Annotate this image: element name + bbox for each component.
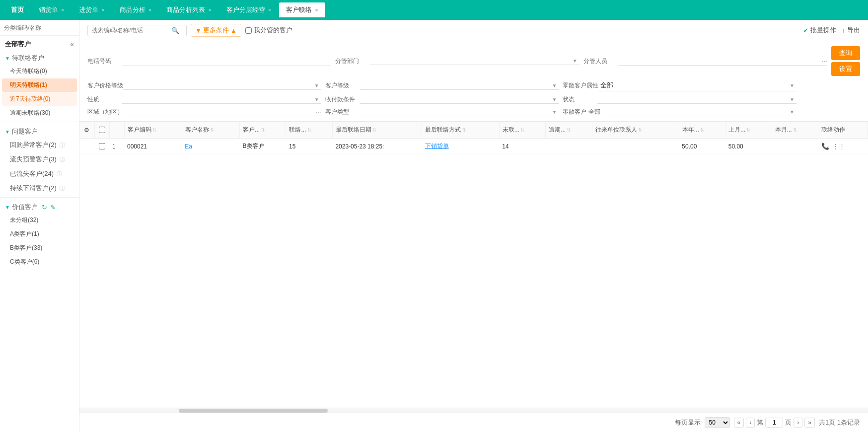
close-icon[interactable]: × [61,7,64,13]
nav-product-analysis-list[interactable]: 商品分析列表 × [159,2,218,17]
edit-icon[interactable]: ✎ [50,204,56,211]
th-this-month[interactable]: 本月...⇅ [772,122,818,139]
my-customers-checkbox[interactable]: 我分管的客户 [245,26,292,35]
chevron-down-icon: ▲ [230,27,237,34]
filter-customer-level: 客户等级 ▼ [325,81,559,90]
td-type: B类客户 [240,139,286,154]
chevron-down-icon: ▼ [552,109,557,115]
sidebar-item-lostwarning[interactable]: 流失预警客户(3) ⓘ [2,152,77,166]
filter-price-select[interactable]: ▼ [123,82,321,90]
filter-retail-attr-select[interactable]: 全部 ▼ [598,80,796,91]
total-records: 共1页 1条记录 [819,418,860,427]
filter-retail-select[interactable]: ▼ [600,108,796,116]
all-customers-label[interactable]: 全部客户 [5,40,31,49]
sidebar-item-today[interactable]: 今天待联络(0) [2,65,77,78]
row-checkbox[interactable] [99,143,105,149]
close-icon[interactable]: × [101,7,104,13]
sidebar-item-overdue[interactable]: 逾期未联络(30) [2,106,77,120]
my-customers-check[interactable] [245,27,252,34]
sidebar-item-tomorrow[interactable]: 明天待联络(1) [2,78,77,92]
per-page-select[interactable]: 50 100 200 [705,417,730,428]
more-icon[interactable]: ··· [315,108,321,116]
close-icon[interactable]: × [315,7,318,13]
all-customers-header: 全部客户 « [0,36,79,51]
filter-retail: 零散客户 全部 ▼ [563,108,796,116]
th-settings[interactable]: ⚙ [79,122,94,139]
scrollbar-thumb[interactable] [179,409,328,413]
chevron-down-icon: ▼ [790,109,795,115]
filter-customer-type-select[interactable]: ▼ [360,108,559,116]
filter-manager: 分管人员 ··· [583,57,827,66]
filter-phone-input[interactable] [122,57,331,66]
filter-payment-select[interactable]: ▼ [360,96,559,104]
sidebar-item-abnormal[interactable]: 回购异常客户(2) ⓘ [2,138,77,152]
nav-purchase-order[interactable]: 进货单 × [72,2,111,17]
th-overdue[interactable]: 逾期...⇅ [546,122,592,139]
export-btn[interactable]: ↑ 导出 [842,26,861,35]
filter-status: 状态 ▼ [563,95,796,104]
divider [0,197,79,198]
th-index [109,122,124,139]
batch-op-btn[interactable]: ✔ 批量操作 [803,26,836,35]
nav-customer-contact[interactable]: 客户联络 × [279,2,325,17]
th-not-contacted[interactable]: 未联...⇅ [499,122,545,139]
th-this-year[interactable]: 本年...⇅ [679,122,725,139]
nav-sales-order[interactable]: 销货单 × [32,2,71,17]
td-name[interactable]: Ea [182,139,239,154]
info-icon: ⓘ [60,156,65,162]
th-last-contact-date[interactable]: 最后联络日期⇅ [332,122,422,139]
horizontal-scrollbar[interactable] [79,408,868,413]
nav-home[interactable]: 首页 [4,2,31,17]
query-button[interactable]: 查询 [831,46,860,60]
more-action-icon[interactable]: ⋮⋮ [832,143,845,150]
nav-product-analysis[interactable]: 商品分析 × [113,2,158,17]
search-icon[interactable]: 🔍 [171,27,179,34]
contact-icon[interactable]: 📞 [821,143,829,150]
th-last-month[interactable]: 上月...⇅ [725,122,772,139]
th-code[interactable]: 客户编码⇅ [124,122,182,139]
sidebar-item-7days[interactable]: 近7天待联络(0) [2,92,77,106]
filter-more-btn[interactable]: ▼ 更多条件 ▲ [191,24,241,37]
td-last-contact-method[interactable]: 下销货单 [422,139,500,154]
th-action: 联络动作 [818,122,868,139]
filter-row-1: 电话号码 分管部门 ▼ 分管人员 ··· [87,46,860,76]
sidebar-item-ungroup[interactable]: 未分组(32) [2,214,77,227]
close-icon[interactable]: × [148,7,151,13]
th-contact[interactable]: 联络...⇅ [286,122,332,139]
sidebar-item-a-class[interactable]: A类客户(1) [2,227,77,241]
sidebar-item-lost[interactable]: 已流失客户(24) ⓘ [2,167,77,181]
close-icon[interactable]: × [268,7,271,13]
table-row: 1 000021 Ea B类客户 15 2023-05-23 18:25: 下销… [79,139,868,154]
filter-nature-select[interactable]: ▼ [122,96,321,104]
filter-panel: 电话号码 分管部门 ▼ 分管人员 ··· [79,41,868,122]
filter-row-4: 区域（地区） ··· 客户类型 ▼ 零散客户 全部 [87,108,860,116]
search-input[interactable] [92,27,171,34]
select-all-checkbox[interactable] [99,127,105,133]
filter-status-select[interactable]: ▼ [597,96,796,104]
th-last-contact-method[interactable]: 最后联络方式⇅ [422,122,500,139]
filter-dept-select[interactable]: ▼ [370,57,579,65]
last-page-btn[interactable]: » [804,418,815,428]
more-icon[interactable]: ··· [821,57,827,65]
nav-customer-segmentation[interactable]: 客户分层经营 × [219,2,278,17]
td-index: 1 [109,139,124,154]
value-group-title: ▼ 价值客户 ↻ ✎ [0,200,79,213]
close-icon[interactable]: × [208,7,211,13]
th-name[interactable]: 客户名称⇅ [182,122,239,139]
page-label: 第 [757,418,763,427]
sidebar-item-declining[interactable]: 持续下滑客户(2) ⓘ [2,181,77,195]
next-page-btn[interactable]: › [794,418,802,428]
set-button[interactable]: 设置 [831,62,860,76]
th-unit-contact[interactable]: 往来单位联系人⇅ [592,122,679,139]
first-page-btn[interactable]: « [734,418,744,428]
sidebar-item-c-class[interactable]: C类客户(6) [2,255,77,269]
th-type[interactable]: 客户...⇅ [240,122,286,139]
sidebar-search-input[interactable] [4,24,78,31]
filter-customer-level-select[interactable]: ▼ [360,82,559,90]
prev-page-btn[interactable]: ‹ [746,418,755,428]
refresh-icon[interactable]: ↻ [42,204,47,211]
page-input[interactable] [765,418,783,428]
sidebar-item-b-class[interactable]: B类客户(33) [2,241,77,255]
collapse-icon[interactable]: « [70,40,74,48]
filter-customer-type: 客户类型 ▼ [325,108,559,116]
